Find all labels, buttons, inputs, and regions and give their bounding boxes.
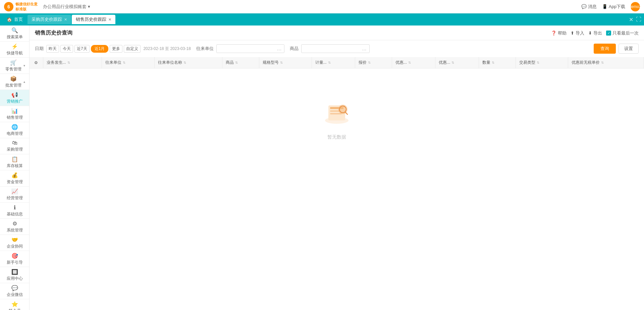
app-selector[interactable]: 办公用品行业模拟账套 ▾ bbox=[40, 2, 93, 11]
date-btn-more[interactable]: 更多 bbox=[110, 45, 122, 53]
empty-icon bbox=[320, 95, 354, 129]
sort-icon-counterpart-name: ⇅ bbox=[183, 61, 186, 64]
import-action[interactable]: ⬆ 导入 bbox=[571, 30, 584, 36]
app-download-action[interactable]: 📱 App下载 bbox=[602, 4, 625, 10]
query-button[interactable]: 查询 bbox=[594, 44, 616, 54]
product-dots-icon[interactable]: ... bbox=[362, 46, 366, 52]
product-text-input[interactable] bbox=[304, 46, 361, 51]
tab-purchase-history[interactable]: 采购历史价跟踪 ✕ bbox=[28, 15, 71, 24]
checkbox-checked-icon: ✓ bbox=[606, 31, 611, 36]
sidebar-item-wholesale[interactable]: 📦 批发管理 ▴ bbox=[0, 74, 29, 90]
sidebar-item-basic-info[interactable]: ℹ 基础信息 bbox=[0, 203, 29, 219]
sidebar-item-retail[interactable]: 🛒 零售管理 ▾ bbox=[0, 58, 29, 74]
sidebar-item-inventory[interactable]: 📋 库存核算 bbox=[0, 154, 29, 170]
retail-arrow-icon: ▾ bbox=[23, 64, 25, 67]
data-table: ⚙ 业务发生... ⇅ 往来单位 ⇅ bbox=[30, 57, 644, 68]
settings-button[interactable]: 设置 bbox=[619, 44, 639, 54]
export-action[interactable]: ⬇ 导出 bbox=[588, 30, 602, 36]
close-sales-tab-icon[interactable]: ✕ bbox=[108, 17, 111, 22]
sort-icon-trade-type: ⇅ bbox=[537, 61, 539, 64]
app-center-icon: 🔲 bbox=[11, 269, 18, 275]
tab-sales-history[interactable]: 销售历史价跟踪 ✕ bbox=[72, 15, 115, 24]
table-col-counterpart[interactable]: 往来单位 ⇅ bbox=[102, 57, 154, 68]
app-download-icon: 📱 bbox=[602, 4, 607, 9]
counterpart-input[interactable]: ... bbox=[216, 44, 284, 53]
table-col-discount2[interactable]: 优惠... ⇅ bbox=[435, 57, 479, 68]
only-last-checkbox[interactable]: ✓ 只看最后一次 bbox=[606, 30, 639, 36]
date-filter-group: 日期 昨天 今天 近7天 近1月 更多 自定义 2023-02-18 至 202… bbox=[35, 45, 191, 53]
date-range-text: 2023-02-18 至 2023-03-18 bbox=[143, 46, 191, 52]
main-layout: 🔍 搜索菜单 ⚡ 快捷导航 🛒 零售管理 ▾ 📦 批发管理 ▴ 📢 营销推广 bbox=[0, 25, 644, 310]
sidebar-item-purchase[interactable]: 🛍 采购管理 bbox=[0, 138, 29, 154]
date-btn-custom[interactable]: 自定义 bbox=[124, 45, 141, 53]
logo-area: 6 畅捷信好生意 标准版 bbox=[4, 2, 38, 11]
help-icon: ❓ bbox=[551, 31, 556, 36]
sort-icon-spec: ⇅ bbox=[280, 61, 283, 64]
sidebar-item-vip[interactable]: ⭐ 畅会员 bbox=[0, 299, 29, 310]
date-btn-today[interactable]: 今天 bbox=[60, 45, 73, 53]
sort-icon-discount2: ⇅ bbox=[451, 61, 454, 64]
sort-icon-qty: ⇅ bbox=[492, 61, 494, 64]
table-col-quote[interactable]: 报价 ⇅ bbox=[355, 57, 392, 68]
vip-icon: ⭐ bbox=[11, 301, 18, 307]
sidebar-item-sales-mgmt[interactable]: 📊 销售管理 bbox=[0, 106, 29, 122]
table-col-trade-type[interactable]: 交易类型 ⇅ bbox=[516, 57, 568, 68]
tab-home[interactable]: 🏠 首页 bbox=[3, 15, 27, 24]
table-col-biz-date[interactable]: 业务发生... ⇅ bbox=[43, 57, 102, 68]
sort-icon-biz-date: ⇅ bbox=[67, 61, 70, 64]
sort-icon-counterpart: ⇅ bbox=[123, 61, 125, 64]
sidebar-item-operations[interactable]: 📈 经营管理 bbox=[0, 187, 29, 203]
close-all-tabs-icon[interactable]: ✕ bbox=[629, 16, 633, 23]
sidebar-item-marketing[interactable]: 📢 营销推广 bbox=[0, 90, 29, 106]
expand-icon[interactable]: ⛶ bbox=[636, 16, 641, 23]
user-area[interactable]: demo2 bbox=[631, 2, 640, 11]
sidebar-item-finance[interactable]: 💰 资金管理 bbox=[0, 170, 29, 187]
content-area: 销售历史价查询 ❓ 帮助 ⬆ 导入 ⬇ 导出 ✓ bbox=[30, 25, 644, 310]
table-col-spec[interactable]: 规格型号 ⇅ bbox=[259, 57, 312, 68]
product-input[interactable]: ... bbox=[301, 44, 369, 53]
table-col-product[interactable]: 商品 ⇅ bbox=[222, 57, 259, 68]
message-action[interactable]: 💬 消息 bbox=[581, 4, 597, 10]
table-col-qty[interactable]: 数量 ⇅ bbox=[479, 57, 516, 68]
table-col-pretax-price[interactable]: 优惠前无税单价 ⇅ bbox=[568, 57, 644, 68]
home-icon: 🏠 bbox=[7, 17, 12, 22]
filter-row: 日期 昨天 今天 近7天 近1月 更多 自定义 2023-02-18 至 202… bbox=[30, 40, 644, 57]
sort-icon-pretax-price: ⇅ bbox=[601, 61, 604, 64]
table-col-counterpart-name[interactable]: 往来单位名称 ⇅ bbox=[154, 57, 222, 68]
product-label: 商品 bbox=[290, 46, 299, 52]
finance-icon: 💰 bbox=[11, 172, 18, 178]
table-col-settings[interactable]: ⚙ bbox=[30, 57, 43, 68]
header-right: 💬 消息 📱 App下载 demo2 bbox=[581, 2, 640, 11]
table-header-row: ⚙ 业务发生... ⇅ 往来单位 ⇅ bbox=[30, 57, 644, 68]
page-header: 销售历史价查询 ❓ 帮助 ⬆ 导入 ⬇ 导出 ✓ bbox=[30, 25, 644, 40]
beginner-icon: 🎯 bbox=[11, 253, 18, 259]
table-col-unit[interactable]: 计量... ⇅ bbox=[312, 57, 355, 68]
date-btn-1month[interactable]: 近1月 bbox=[91, 45, 109, 53]
marketing-icon: 📢 bbox=[11, 92, 18, 98]
page-title: 销售历史价查询 bbox=[35, 30, 72, 37]
sidebar-item-system[interactable]: ⚙ 系统管理 bbox=[0, 219, 29, 235]
counterpart-dots-icon[interactable]: ... bbox=[277, 46, 281, 52]
date-label: 日期 bbox=[35, 46, 44, 52]
table-col-discount1[interactable]: 优惠... ⇅ bbox=[392, 57, 435, 68]
sidebar-item-beginner[interactable]: 🎯 新手引导 bbox=[0, 251, 29, 267]
filter-right-actions: 查询 设置 bbox=[594, 44, 639, 54]
message-icon: 💬 bbox=[581, 4, 587, 9]
weixin-icon: 💬 bbox=[11, 285, 18, 291]
date-btn-yesterday[interactable]: 昨天 bbox=[46, 45, 59, 53]
counterpart-text-input[interactable] bbox=[219, 46, 276, 51]
sort-icon-discount1: ⇅ bbox=[408, 61, 411, 64]
date-btn-7days[interactable]: 近7天 bbox=[74, 45, 90, 53]
sidebar-item-quick-nav[interactable]: ⚡ 快捷导航 bbox=[0, 42, 29, 58]
export-icon: ⬇ bbox=[588, 31, 592, 36]
enterprise-icon: 🤝 bbox=[11, 237, 18, 243]
sidebar-item-ecommerce[interactable]: 🌐 电商管理 bbox=[0, 122, 29, 138]
sidebar-item-search[interactable]: 🔍 搜索菜单 bbox=[0, 25, 29, 42]
sidebar-item-enterprise[interactable]: 🤝 企业协同 bbox=[0, 235, 29, 251]
help-action[interactable]: ❓ 帮助 bbox=[551, 30, 567, 36]
sidebar-item-weixin[interactable]: 💬 企业微信 bbox=[0, 283, 29, 299]
sidebar-item-app-center[interactable]: 🔲 应用中心 bbox=[0, 267, 29, 283]
system-icon: ⚙ bbox=[12, 220, 17, 227]
close-purchase-tab-icon[interactable]: ✕ bbox=[64, 17, 67, 22]
wholesale-arrow-icon: ▴ bbox=[23, 80, 25, 84]
